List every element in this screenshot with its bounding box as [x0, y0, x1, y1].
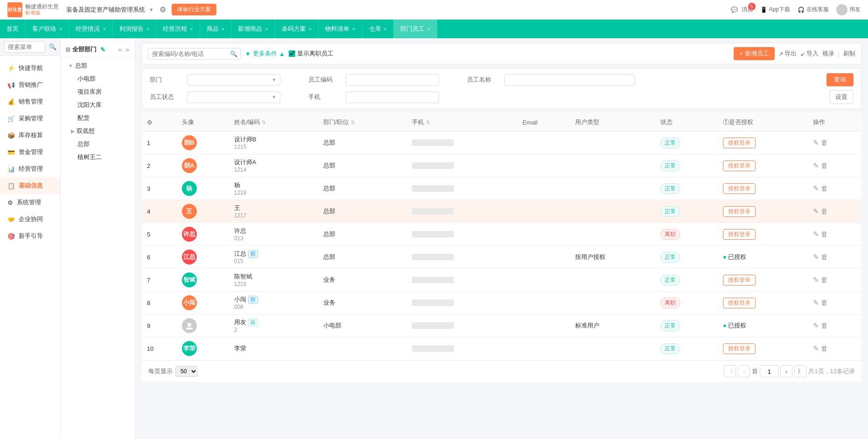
nav-close-icon[interactable]: ×	[59, 26, 62, 32]
delete-button[interactable]: 🗑	[821, 344, 828, 352]
sidebar-item-系统管理[interactable]: ⚙系统管理	[0, 194, 60, 211]
add-employee-button[interactable]: + 新增员工	[734, 47, 774, 60]
experience-btn[interactable]: 体验行业方案	[172, 4, 216, 15]
th-name[interactable]: 姓名/编码⇅	[229, 113, 319, 132]
delete-button[interactable]: 🗑	[821, 139, 828, 146]
authorize-login-button[interactable]: 授权登录	[723, 275, 756, 286]
reset-button[interactable]: 设置	[829, 90, 854, 104]
delete-button[interactable]: 🗑	[821, 230, 828, 238]
edit-button[interactable]: ✎	[813, 207, 819, 216]
nav-item-物料清单[interactable]: 物料清单×	[319, 20, 362, 38]
edit-button[interactable]: ✎	[813, 344, 819, 353]
nav-item-经营情况[interactable]: 经营情况×	[69, 20, 112, 38]
sidebar-item-销售管理[interactable]: 💰销售管理	[0, 93, 60, 110]
sidebar-item-新手引导[interactable]: 🎯新手引导	[0, 228, 60, 244]
sidebar-item-经营管理[interactable]: 📊经营管理	[0, 160, 60, 177]
nav-item-经营历程[interactable]: 经营历程×	[156, 20, 200, 38]
employee-name[interactable]: 陈智斌	[234, 273, 252, 280]
employee-status-select[interactable]	[187, 91, 280, 103]
authorize-login-button[interactable]: 授权登录	[723, 138, 756, 148]
nav-close-icon[interactable]: ×	[352, 26, 355, 32]
employee-name-input[interactable]	[504, 74, 635, 86]
edit-button[interactable]: ✎	[813, 299, 819, 307]
query-button[interactable]: 查询	[826, 73, 854, 86]
th-dept[interactable]: 部门/职位⇅	[319, 113, 408, 132]
delete-button[interactable]: 🗑	[821, 161, 828, 169]
dept-select[interactable]	[187, 74, 280, 86]
nav-close-icon[interactable]: ×	[222, 26, 224, 32]
dept-edit-icon[interactable]: ✎	[100, 46, 105, 53]
delete-button[interactable]: 🗑	[821, 321, 828, 329]
delete-button[interactable]: 🗑	[821, 184, 828, 192]
more-filter-button[interactable]: ▼ 更多条件 ▲	[245, 49, 285, 58]
sidebar-item-资金管理[interactable]: 💳资金管理	[0, 144, 60, 160]
authorize-login-button[interactable]: 授权登录	[723, 229, 756, 240]
per-page-select[interactable]: 50	[175, 366, 198, 377]
authorize-login-button[interactable]: 授权登录	[723, 206, 756, 217]
nav-item-客户联络[interactable]: 客户联络×	[26, 20, 69, 38]
nav-item-仓库[interactable]: 仓库×	[362, 20, 394, 38]
import-button[interactable]: ↙ 导入	[800, 49, 819, 58]
dept-all-label[interactable]: 全部部门	[72, 45, 97, 54]
dept-node-小电部[interactable]: 小电部	[61, 72, 135, 85]
delete-button[interactable]: 🗑	[821, 207, 828, 215]
dept-node-植树王二[interactable]: 植树王二	[61, 151, 135, 164]
employee-name[interactable]: 许总	[234, 227, 246, 234]
nav-close-icon[interactable]: ×	[427, 26, 430, 32]
employee-search-input[interactable]	[148, 48, 241, 60]
nav-item-首页[interactable]: 首页	[0, 20, 26, 38]
nav-close-icon[interactable]: ×	[265, 26, 268, 32]
first-page-button[interactable]: 《	[724, 365, 736, 377]
nav-close-icon[interactable]: ×	[146, 26, 149, 32]
message-icon-btn[interactable]: 💬 5 消息	[731, 6, 753, 14]
dept-collapse-btn[interactable]: «	[117, 45, 123, 54]
employee-name[interactable]: 小闯	[234, 296, 246, 303]
dept-node-配货[interactable]: 配货	[61, 111, 135, 125]
dept-expand-btn[interactable]: »	[125, 45, 130, 54]
sidebar-item-快捷导航[interactable]: ⚡快捷导航	[0, 60, 60, 77]
phone-filter-input[interactable]	[346, 91, 439, 103]
show-resigned-checkbox[interactable]	[289, 50, 295, 57]
dept-node-总部[interactable]: 总部	[61, 138, 135, 151]
employee-name[interactable]: 设计师A	[234, 159, 257, 166]
nav-item-商品[interactable]: 商品×	[200, 20, 231, 38]
dept-node-沈阳大库[interactable]: 沈阳大库	[61, 98, 135, 111]
print-button[interactable]: 刷制	[843, 49, 855, 58]
nav-close-icon[interactable]: ×	[190, 26, 193, 32]
employee-name[interactable]: 设计师B	[234, 136, 257, 143]
delete-button[interactable]: 🗑	[821, 253, 828, 261]
employee-code-input[interactable]	[346, 74, 439, 86]
employee-name[interactable]: 李荣	[234, 345, 246, 352]
nav-item-新增商品[interactable]: 新增商品×	[231, 20, 275, 38]
last-page-button[interactable]: 》	[794, 365, 806, 377]
next-page-button[interactable]: ›	[780, 365, 792, 377]
edit-button[interactable]: ✎	[813, 230, 819, 238]
th-phone[interactable]: 手机⇅	[407, 113, 518, 132]
online-service-btn[interactable]: 🎧 在线客服	[798, 6, 829, 14]
app-download-btn[interactable]: 📱 App下载	[760, 6, 790, 14]
employee-name[interactable]: 王	[234, 204, 240, 211]
employee-name[interactable]: 用友	[234, 319, 246, 326]
sidebar-item-库存核算[interactable]: 📦库存核算	[0, 127, 60, 144]
delete-button[interactable]: 🗑	[821, 299, 828, 307]
sidebar-item-基础信息[interactable]: 📋基础信息	[0, 177, 60, 194]
edit-button[interactable]: ✎	[813, 139, 819, 147]
dept-node-项目库房[interactable]: 项目库房	[61, 85, 135, 98]
nav-item-部门员工[interactable]: 部门员工×	[394, 20, 437, 38]
view-button[interactable]: 视录	[822, 49, 834, 58]
user-menu-btn[interactable]: 用友	[836, 4, 861, 15]
prev-page-button[interactable]: ‹	[738, 365, 750, 377]
delete-button[interactable]: 🗑	[821, 276, 828, 284]
title-arrow-icon[interactable]: ▼	[149, 7, 154, 13]
sidebar-search-input[interactable]	[4, 41, 45, 53]
edit-button[interactable]: ✎	[813, 253, 819, 261]
sidebar-item-采购管理[interactable]: 🛒采购管理	[0, 110, 60, 127]
export-button[interactable]: ↗ 导出	[778, 49, 797, 58]
employee-name[interactable]: 江总	[234, 250, 246, 257]
nav-item-条码方案[interactable]: 条码方案×	[275, 20, 319, 38]
edit-button[interactable]: ✎	[813, 161, 819, 170]
edit-button[interactable]: ✎	[813, 321, 819, 330]
sidebar-item-企业协同[interactable]: 🤝企业协同	[0, 211, 60, 228]
dept-node-总部[interactable]: ▼总部	[61, 59, 135, 72]
nav-close-icon[interactable]: ×	[309, 26, 312, 32]
